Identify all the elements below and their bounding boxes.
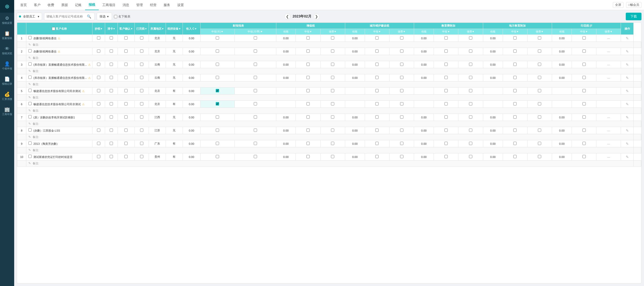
- nav-fee[interactable]: 收费: [44, 0, 58, 10]
- fullscreen-button[interactable]: 全屏: [613, 2, 623, 8]
- note-edit-icon[interactable]: ✎: [28, 69, 31, 73]
- note-edit-icon[interactable]: ✎: [28, 162, 31, 165]
- cs-pay-checkbox[interactable]: [400, 115, 403, 119]
- sidebar-item-huisuanqingjiao[interactable]: 💰 汇算清缴: [0, 89, 14, 104]
- sidebar-item-baoshuilanlan[interactable]: 👁 报税浏览: [0, 43, 14, 58]
- search-button[interactable]: 🔍: [87, 14, 91, 19]
- cell-zs-pay[interactable]: [320, 61, 345, 68]
- df-pay-checkbox[interactable]: [538, 155, 541, 158]
- cell-cb-month[interactable]: [235, 74, 276, 81]
- cell-cb-year[interactable]: [200, 35, 235, 42]
- confirm-checkbox[interactable]: [124, 63, 128, 66]
- df-report-checkbox[interactable]: [513, 155, 517, 158]
- cell-zs-report[interactable]: [296, 35, 320, 42]
- cell-cs-report[interactable]: [365, 74, 389, 81]
- paid-checkbox[interactable]: [140, 89, 143, 92]
- cell-jy-pay[interactable]: [458, 61, 483, 68]
- jy-report-checkbox[interactable]: [444, 155, 448, 158]
- cs-pay-checkbox[interactable]: [400, 36, 403, 40]
- cell-chaoshui[interactable]: [92, 153, 105, 160]
- cell-df-pay[interactable]: [527, 35, 552, 42]
- cell-cb-month[interactable]: [235, 35, 276, 42]
- zs-report-checkbox[interactable]: [306, 76, 310, 79]
- paid-checkbox[interactable]: [140, 76, 143, 79]
- cs-report-checkbox[interactable]: [375, 155, 379, 158]
- cs-report-checkbox[interactable]: [375, 129, 379, 132]
- cell-zs-pay[interactable]: [320, 87, 345, 95]
- cs-report-checkbox[interactable]: [375, 36, 379, 40]
- jy-pay-checkbox[interactable]: [469, 63, 472, 66]
- cell-df-report[interactable]: [503, 61, 527, 68]
- cb-year-checkbox[interactable]: [216, 155, 219, 158]
- cell-df-report[interactable]: [503, 114, 527, 121]
- cell-jy-report[interactable]: [434, 48, 458, 55]
- cell-qingka[interactable]: [105, 61, 118, 68]
- cell-action[interactable]: ✎: [621, 140, 634, 147]
- sidebar-item-baoshuishezhi[interactable]: ⚙ 报税设置: [0, 13, 14, 28]
- cell-df-report[interactable]: [503, 127, 527, 134]
- cell-yh-report[interactable]: [572, 87, 596, 95]
- df-pay-checkbox[interactable]: [538, 89, 541, 92]
- row-checkbox[interactable]: [28, 62, 32, 66]
- cs-report-checkbox[interactable]: [375, 115, 379, 119]
- paid-checkbox[interactable]: [140, 129, 143, 132]
- cell-confirm[interactable]: [118, 87, 134, 95]
- row-checkbox[interactable]: [28, 49, 32, 52]
- cell-df-report[interactable]: [503, 87, 527, 95]
- cell-zs-report[interactable]: [296, 87, 320, 95]
- cell-jy-report[interactable]: [434, 127, 458, 134]
- cs-report-checkbox[interactable]: [375, 142, 379, 145]
- qingka-checkbox[interactable]: [110, 142, 113, 145]
- note-edit-icon[interactable]: ✎: [28, 96, 31, 99]
- cell-confirm[interactable]: [118, 61, 134, 68]
- cell-paid[interactable]: [134, 35, 149, 42]
- zs-report-checkbox[interactable]: [306, 129, 310, 132]
- chaoshui-checkbox[interactable]: [97, 89, 100, 92]
- cell-confirm[interactable]: [118, 127, 134, 134]
- jy-report-checkbox[interactable]: [444, 102, 448, 105]
- df-report-checkbox[interactable]: [513, 102, 517, 105]
- cell-action[interactable]: ✎: [621, 101, 634, 108]
- edit-row-button[interactable]: ✎: [626, 142, 629, 146]
- cell-qingka[interactable]: [105, 127, 118, 134]
- edit-row-button[interactable]: ✎: [626, 63, 629, 67]
- cell-cb-month[interactable]: [235, 87, 276, 95]
- qingka-checkbox[interactable]: [110, 49, 113, 53]
- cell-action[interactable]: ✎: [621, 153, 634, 160]
- cell-chaoshui[interactable]: [92, 61, 105, 68]
- cell-jy-report[interactable]: [434, 61, 458, 68]
- cb-month-checkbox[interactable]: [254, 36, 257, 40]
- chaoshui-checkbox[interactable]: [97, 129, 100, 132]
- cell-paid[interactable]: [134, 101, 149, 108]
- cell-df-report[interactable]: [503, 48, 527, 55]
- cell-yh-report[interactable]: [572, 140, 596, 147]
- cs-pay-checkbox[interactable]: [400, 155, 403, 158]
- cell-cs-report[interactable]: [365, 127, 389, 134]
- cell-paid[interactable]: [134, 127, 149, 134]
- sidebar-item-geshuishenbao[interactable]: 👤 个税申报: [0, 58, 14, 74]
- select-all-checkbox[interactable]: [52, 27, 55, 30]
- edit-row-button[interactable]: ✎: [626, 49, 629, 53]
- df-report-checkbox[interactable]: [513, 89, 517, 92]
- paid-checkbox[interactable]: [140, 102, 143, 105]
- name-list-checkbox-label[interactable]: 名下账表: [114, 14, 130, 19]
- cell-cs-report[interactable]: [365, 48, 389, 55]
- confirm-checkbox[interactable]: [124, 155, 128, 158]
- df-pay-checkbox[interactable]: [538, 63, 541, 66]
- cell-zs-pay[interactable]: [320, 114, 345, 121]
- chaoshui-checkbox[interactable]: [97, 36, 100, 40]
- cell-jy-report[interactable]: [434, 153, 458, 160]
- cs-report-checkbox[interactable]: [375, 49, 379, 53]
- zs-report-checkbox[interactable]: [306, 115, 310, 119]
- jy-report-checkbox[interactable]: [444, 76, 448, 79]
- cell-cb-year[interactable]: [200, 140, 235, 147]
- yh-report-checkbox[interactable]: [582, 129, 586, 132]
- nav-customer[interactable]: 客户: [30, 0, 44, 10]
- yh-report-checkbox[interactable]: [582, 63, 586, 66]
- nav-settings[interactable]: 设置: [174, 0, 187, 10]
- row-checkbox[interactable]: [28, 76, 32, 79]
- paid-checkbox[interactable]: [140, 115, 143, 119]
- cell-confirm[interactable]: [118, 153, 134, 160]
- df-pay-checkbox[interactable]: [538, 142, 541, 145]
- cs-report-checkbox[interactable]: [375, 63, 379, 66]
